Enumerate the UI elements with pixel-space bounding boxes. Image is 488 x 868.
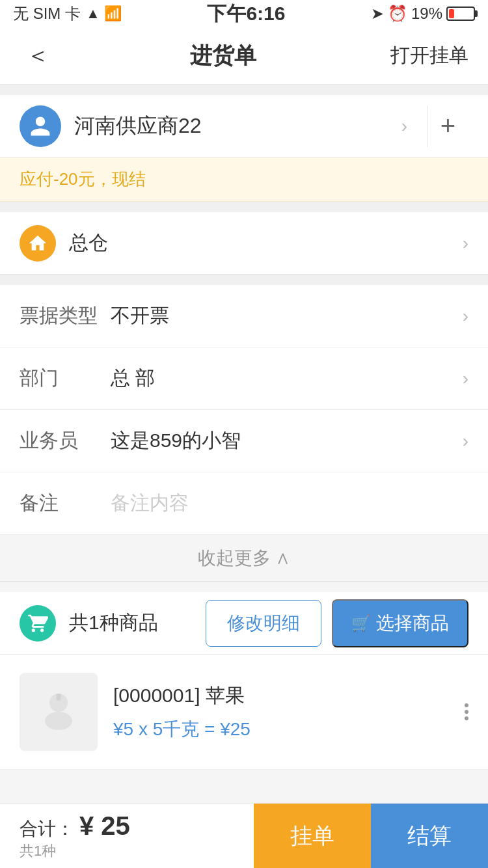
dept-value: 总 部 [111,365,463,392]
dot-3 [465,716,468,720]
invoice-value: 不开票 [111,303,463,329]
product-price-info: ¥5 x 5千克 = ¥25 [113,717,465,742]
department-row[interactable]: 部门 总 部 › [0,347,488,410]
equals-sign: = [204,719,220,739]
warehouse-icon [20,225,56,262]
product-name: [0000001] 苹果 [113,683,465,709]
battery-percent: 19% [411,5,442,23]
back-button[interactable]: ＜ [20,33,56,78]
status-right: ➤ ⏰ 19% [371,5,475,23]
sales-chevron-icon: › [463,431,468,452]
home-icon [27,233,48,254]
time-display: 下午6:16 [207,1,285,27]
supplier-left[interactable]: 河南供应商22 › [20,105,420,147]
total-section: 合计： ¥ 25 共1种 [0,811,254,861]
shopping-icon [27,613,48,634]
status-left: 无 SIM 卡 ▲ 📶 [13,3,122,24]
wifi-icon: ▲ 📶 [86,5,122,22]
open-pending-button[interactable]: 打开挂单 [390,42,468,69]
battery-icon [446,7,475,21]
product-total: ¥25 [220,719,251,739]
supplier-chevron-icon: › [401,116,407,137]
modify-detail-button[interactable]: 修改明细 [206,600,321,647]
dept-chevron-icon: › [463,368,468,389]
select-product-button[interactable]: 🛒 选择商品 [332,599,468,647]
bottom-bar: 合计： ¥ 25 共1种 挂单 结算 [0,803,488,868]
total-label: 合计： [20,817,74,841]
total-amount: ¥ 25 [79,811,130,841]
warehouse-name: 总仓 [69,230,463,256]
supplier-section: 河南供应商22 › + [0,95,488,157]
total-count: 共1种 [20,841,234,861]
salesperson-row[interactable]: 业务员 这是859的小智 › [0,410,488,472]
product-unit-price: ¥5 [113,719,133,739]
nav-bar: ＜ 进货单 打开挂单 [0,27,488,85]
hang-order-label: 挂单 [290,821,334,851]
carrier-text: 无 SIM 卡 [13,3,81,24]
collapse-button[interactable]: 收起更多 ∧ [0,535,488,582]
remark-label: 备注 [20,490,111,517]
sales-label: 业务员 [20,427,111,454]
divider-top [0,85,488,95]
products-icon [20,605,56,642]
invoice-chevron-icon: › [463,306,468,327]
product-code: [0000001] [113,685,200,706]
collapse-label: 收起更多 ∧ [198,546,291,571]
divider-3 [0,275,488,285]
status-bar: 无 SIM 卡 ▲ 📶 下午6:16 ➤ ⏰ 19% [0,0,488,27]
remark-input[interactable]: 备注内容 [111,490,468,517]
product-more-button[interactable] [465,703,468,720]
product-item: [0000001] 苹果 ¥5 x 5千克 = ¥25 [0,655,488,770]
supplier-avatar [20,105,61,147]
dept-label: 部门 [20,365,111,392]
product-quantity: 5千克 [153,719,200,739]
divider-2 [0,202,488,212]
hang-order-button[interactable]: 挂单 [254,804,371,869]
warehouse-row[interactable]: 总仓 › [0,212,488,275]
product-info: [0000001] 苹果 ¥5 x 5千克 = ¥25 [113,683,465,742]
svg-point-1 [45,712,72,730]
person-icon [29,115,52,138]
remark-row[interactable]: 备注 备注内容 [0,472,488,535]
checkout-label: 结算 [407,821,452,851]
add-supplier-button[interactable]: + [427,105,468,147]
products-count: 共1种商品 [69,610,206,636]
location-icon: ➤ [371,5,384,23]
select-product-label: 选择商品 [376,611,449,636]
products-header: 共1种商品 修改明细 🛒 选择商品 [0,592,488,655]
page-title: 进货单 [190,41,256,71]
select-product-icon: 🛒 [351,614,371,632]
invoice-type-row[interactable]: 票据类型 不开票 › [0,285,488,347]
dot-2 [465,710,468,714]
warehouse-chevron-icon: › [463,233,468,254]
dot-1 [465,703,468,707]
sales-value: 这是859的小智 [111,427,463,454]
alarm-icon: ⏰ [388,5,407,23]
invoice-label: 票据类型 [20,303,111,329]
product-title: 苹果 [206,685,245,706]
notice-banner: 应付-20元，现结 [0,157,488,202]
supplier-name: 河南供应商22 [74,112,202,141]
product-default-icon [36,689,81,735]
multiply-sign: x [139,719,153,739]
svg-rect-2 [57,694,61,701]
checkout-button[interactable]: 结算 [371,804,488,869]
product-thumbnail [20,673,98,751]
